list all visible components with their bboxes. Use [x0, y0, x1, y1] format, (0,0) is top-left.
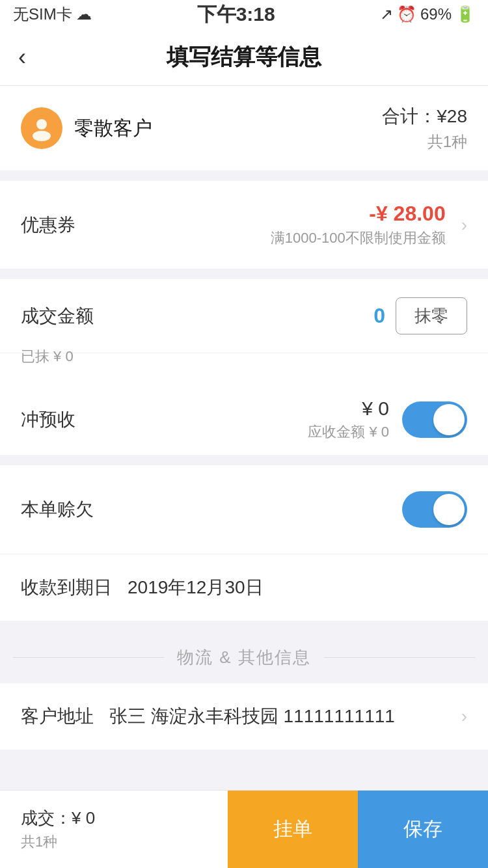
address-section[interactable]: 客户地址 张三 海淀永丰科技园 11111111111 › [0, 683, 488, 750]
bottom-bar: 成交：¥ 0 共1种 挂单 保存 [0, 790, 488, 868]
pre-receive-toggle[interactable] [402, 401, 467, 438]
address-label: 客户地址 [21, 704, 94, 729]
status-time: 下午3:18 [197, 1, 275, 28]
coupon-chevron-icon: › [461, 215, 467, 236]
status-bar: 无SIM卡 ☁ 下午3:18 ↗ ⏰ 69% 🔋 [0, 0, 488, 29]
battery-icon: 🔋 [455, 5, 475, 23]
coupon-row[interactable]: 优惠券 -¥ 28.00 满1000-100不限制使用金额 › [0, 181, 488, 269]
transaction-row: 成交金额 0 抹零 [0, 279, 488, 353]
total-count: 共1种 [382, 131, 467, 152]
duedate-value[interactable]: 2019年12月30日 [128, 575, 264, 600]
debt-toggle-knob [433, 494, 465, 525]
svg-point-0 [36, 119, 47, 129]
coupon-section[interactable]: 优惠券 -¥ 28.00 满1000-100不限制使用金额 › [0, 181, 488, 269]
alarm-icon: ⏰ [397, 5, 416, 23]
coupon-value-block: -¥ 28.00 满1000-100不限制使用金额 [271, 202, 446, 248]
pre-receive-label: 冲预收 [21, 407, 75, 432]
transaction-section: 成交金额 0 抹零 已抹 ¥ 0 冲预收 ¥ 0 应收金额 ¥ 0 [0, 279, 488, 455]
toggle-knob [433, 404, 465, 435]
address-chevron-icon: › [461, 706, 467, 727]
logistics-line-left [13, 657, 164, 658]
bottom-deal-label: 成交： [21, 808, 72, 828]
transaction-label: 成交金额 [21, 304, 94, 329]
save-button[interactable]: 保存 [358, 791, 488, 868]
coupon-right: -¥ 28.00 满1000-100不限制使用金额 › [271, 202, 467, 248]
transaction-input-block: 0 抹零 [346, 297, 467, 334]
debt-section: 本单赊欠 收款到期日 2019年12月30日 [0, 465, 488, 621]
hang-single-button[interactable]: 挂单 [228, 791, 358, 868]
customer-section: 零散客户 合计：¥28 共1种 [0, 86, 488, 170]
bottom-deal-value: ¥ 0 [72, 808, 95, 828]
debt-toggle[interactable] [402, 491, 467, 528]
customer-summary: 合计：¥28 共1种 [382, 104, 467, 152]
address-value: 张三 海淀永丰科技园 11111111111 [109, 704, 454, 729]
logistics-divider: 物流 & 其他信息 [0, 631, 488, 683]
svg-point-1 [33, 131, 51, 141]
duedate-label: 收款到期日 [21, 575, 112, 600]
battery-text: 69% [420, 5, 452, 23]
location-icon: ↗ [380, 5, 393, 23]
logistics-line-right [324, 657, 475, 658]
pre-receive-row: 冲预收 ¥ 0 应收金额 ¥ 0 [0, 379, 488, 455]
status-right: ↗ ⏰ 69% 🔋 [380, 5, 475, 23]
bottom-deal-row: 成交：¥ 0 [21, 807, 207, 830]
address-row[interactable]: 客户地址 张三 海淀永丰科技园 11111111111 › [0, 683, 488, 750]
logistics-label: 物流 & 其他信息 [177, 646, 311, 669]
duedate-row: 收款到期日 2019年12月30日 [0, 554, 488, 621]
debt-row: 本单赊欠 [0, 465, 488, 554]
coupon-label: 优惠券 [21, 213, 75, 237]
back-button[interactable]: ‹ [18, 44, 26, 71]
transaction-sub: 已抹 ¥ 0 [0, 347, 488, 379]
coupon-desc: 满1000-100不限制使用金额 [271, 228, 446, 248]
avatar [21, 107, 62, 149]
pre-value: ¥ 0 [308, 398, 389, 420]
no-sim-text: 无SIM卡 ☁ [13, 4, 92, 25]
customer-row: 零散客户 合计：¥28 共1种 [0, 86, 488, 170]
pre-receive-right: ¥ 0 应收金额 ¥ 0 [308, 398, 467, 442]
transaction-value[interactable]: 0 [346, 304, 385, 328]
customer-name: 零散客户 [74, 115, 152, 142]
pre-value-block: ¥ 0 应收金额 ¥ 0 [308, 398, 389, 442]
nav-bar: ‹ 填写结算等信息 [0, 29, 488, 86]
customer-info-left: 零散客户 [21, 107, 152, 149]
debt-label: 本单赊欠 [21, 497, 94, 522]
bottom-count: 共1种 [21, 832, 207, 852]
coupon-value: -¥ 28.00 [271, 202, 446, 226]
round-zero-button[interactable]: 抹零 [396, 297, 467, 334]
pre-sub: 应收金额 ¥ 0 [308, 422, 389, 442]
bottom-info: 成交：¥ 0 共1种 [0, 791, 228, 868]
total-amount: 合计：¥28 [382, 104, 467, 129]
page-title: 填写结算等信息 [167, 42, 321, 72]
status-left: 无SIM卡 ☁ [13, 4, 92, 25]
